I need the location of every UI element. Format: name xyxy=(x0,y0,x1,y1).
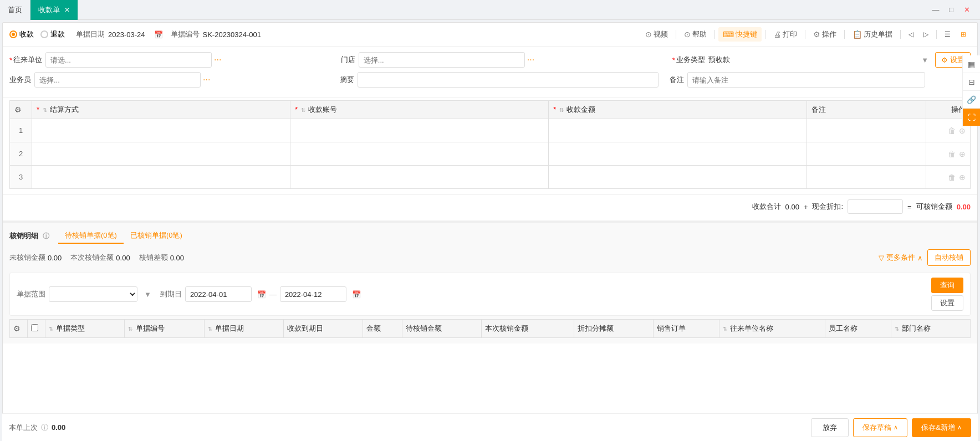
row1-delete-icon[interactable]: 🗑 xyxy=(948,126,956,135)
sep6 xyxy=(900,30,901,39)
filter-date-start-calendar[interactable]: 📅 xyxy=(257,290,266,299)
sep1 xyxy=(676,30,676,39)
expand-icon: ∧ xyxy=(917,254,923,262)
date-label: 单据日期 xyxy=(76,29,105,39)
right-print-icon[interactable]: ⊟ xyxy=(963,73,981,91)
remark-label: 备注 xyxy=(670,75,684,85)
footer-left: 本单上次 ⓘ 0.00 xyxy=(9,423,65,433)
filter-date-start[interactable] xyxy=(185,286,252,302)
help-label: 帮助 xyxy=(692,29,707,39)
auto-verification-button[interactable]: 自动核销 xyxy=(927,249,971,266)
store-group: 门店 ··· xyxy=(341,52,661,68)
row3-remark[interactable] xyxy=(807,166,926,189)
store-label: 门店 xyxy=(341,55,355,65)
footer-actions: 放弃 保存草稿 ∧ 保存&新增 ∧ xyxy=(811,418,971,437)
tab-bar: 首页 收款单 ✕ — □ ✕ xyxy=(0,0,980,20)
row1-account[interactable] xyxy=(290,119,549,142)
maximize-button[interactable]: □ xyxy=(943,2,959,18)
help-button[interactable]: ⊙ 帮助 xyxy=(680,27,711,42)
row2-settlement[interactable] xyxy=(32,142,290,166)
history-button[interactable]: 📋 历史单据 xyxy=(848,27,897,42)
sum-label1: 收款合计 xyxy=(752,202,781,212)
nav-next[interactable]: ▷ xyxy=(919,28,933,40)
row1-remark[interactable] xyxy=(807,119,926,142)
filter-date-end-calendar[interactable]: 📅 xyxy=(352,290,361,299)
save-draft-button[interactable]: 保存草稿 ∧ xyxy=(853,418,907,437)
summary-group: 摘要 xyxy=(340,72,659,88)
operations-icon: ⚙ xyxy=(813,30,820,39)
filter-date-end[interactable] xyxy=(280,286,346,302)
more-conditions-btn[interactable]: ▽ 更多条件 ∧ xyxy=(879,253,923,263)
radio-refund[interactable]: 退款 xyxy=(40,29,65,39)
row1-copy-icon[interactable]: ⊕ xyxy=(959,126,966,135)
abandon-button[interactable]: 放弃 xyxy=(811,418,849,437)
filter-range-select[interactable] xyxy=(49,286,137,302)
shortcut-button[interactable]: ⌨ 快捷键 xyxy=(718,27,762,42)
nav-prev[interactable]: ◁ xyxy=(904,28,918,40)
store-input[interactable] xyxy=(359,52,525,68)
save-new-arrow: ∧ xyxy=(957,424,962,431)
select-all-checkbox[interactable] xyxy=(31,324,38,331)
layout-list[interactable]: ☰ xyxy=(940,28,955,40)
minimize-button[interactable]: — xyxy=(928,2,943,18)
filter-range-dropdown[interactable]: ▼ xyxy=(144,290,151,299)
business-type-dropdown[interactable]: ▼ xyxy=(921,56,928,64)
print-button[interactable]: 🖨 打印 xyxy=(769,27,802,42)
save-new-button[interactable]: 保存&新增 ∧ xyxy=(912,418,971,437)
unchecked-val: 0.00 xyxy=(48,254,62,262)
row1-amount[interactable] xyxy=(549,119,807,142)
table-row: 3 🗑 ⊕ xyxy=(10,166,971,189)
right-link-icon[interactable]: 🔗 xyxy=(963,91,981,109)
cash-discount-input[interactable] xyxy=(848,199,903,214)
toolbar-right: ⊙ 视频 ⊙ 帮助 ⌨ 快捷键 🖨 打印 ⚙ 操作 xyxy=(641,27,971,42)
bottom-gear-icon[interactable]: ⚙ xyxy=(13,324,21,333)
tab-done[interactable]: 已核销单据(0笔) xyxy=(124,228,189,244)
form-row-1: * 往来单位 ··· 门店 ··· * 业务类型 预收款 ▼ ⚙ 设置 xyxy=(9,52,971,68)
row2-copy-icon[interactable]: ⊕ xyxy=(959,150,966,158)
tab-close-icon[interactable]: ✕ xyxy=(64,6,70,14)
radio-receipt[interactable]: 收款 xyxy=(9,29,34,39)
filter-icon: ▽ xyxy=(879,254,884,262)
row2-remark[interactable] xyxy=(807,142,926,166)
tab-pending[interactable]: 待核销单据(0笔) xyxy=(58,228,124,244)
row2-amount[interactable] xyxy=(549,142,807,166)
row3-amount[interactable] xyxy=(549,166,807,189)
footer-info-icon[interactable]: ⓘ xyxy=(41,423,48,433)
gear-icon: ⚙ xyxy=(941,56,948,64)
layout-grid[interactable]: ⊞ xyxy=(956,28,971,40)
video-button[interactable]: ⊙ 视频 xyxy=(641,27,672,42)
row1-settlement[interactable] xyxy=(32,119,290,142)
store-more-icon[interactable]: ··· xyxy=(527,55,534,65)
tab-receipt[interactable]: 收款单 ✕ xyxy=(30,0,78,20)
filter-setting-button[interactable]: 设置 xyxy=(931,295,963,311)
col-remark: 备注 xyxy=(807,101,926,119)
right-toolbar: ▦ ⊟ 🔗 ⛶ xyxy=(962,55,980,126)
right-table-icon[interactable]: ▦ xyxy=(963,55,981,73)
tab-home-label: 首页 xyxy=(8,5,22,15)
query-button[interactable]: 查询 xyxy=(931,278,963,293)
staff-input[interactable] xyxy=(34,72,201,88)
counterparty-required-mark: * xyxy=(9,56,12,64)
window-close-button[interactable]: ✕ xyxy=(959,2,974,18)
btcol-staff: 员工名称 xyxy=(825,320,891,338)
remark-input[interactable] xyxy=(687,72,925,88)
row2-account[interactable] xyxy=(290,142,549,166)
row2-delete-icon[interactable]: 🗑 xyxy=(948,150,956,158)
unchecked-field: 未核销金额 0.00 xyxy=(9,253,62,263)
row3-account[interactable] xyxy=(290,166,549,189)
verification-info-icon[interactable]: ⓘ xyxy=(43,232,49,241)
operations-button[interactable]: ⚙ 操作 xyxy=(809,27,841,42)
row3-copy-icon[interactable]: ⊕ xyxy=(959,173,966,182)
counterparty-input[interactable] xyxy=(45,52,212,68)
date-calendar-icon[interactable]: 📅 xyxy=(154,30,163,39)
staff-more-icon[interactable]: ··· xyxy=(203,75,210,85)
tab-home[interactable]: 首页 xyxy=(0,0,30,20)
btcol-gear: ⚙ xyxy=(10,320,28,338)
table-gear-icon[interactable]: ⚙ xyxy=(14,105,22,114)
counterparty-more-icon[interactable]: ··· xyxy=(214,55,221,65)
summary-input[interactable] xyxy=(358,72,659,88)
verification-sub: 未核销金额 0.00 本次核销金额 0.00 核销差额 0.00 xyxy=(9,253,184,263)
right-expand-icon[interactable]: ⛶ xyxy=(963,109,981,126)
row3-settlement[interactable] xyxy=(32,166,290,189)
row3-delete-icon[interactable]: 🗑 xyxy=(948,173,956,182)
